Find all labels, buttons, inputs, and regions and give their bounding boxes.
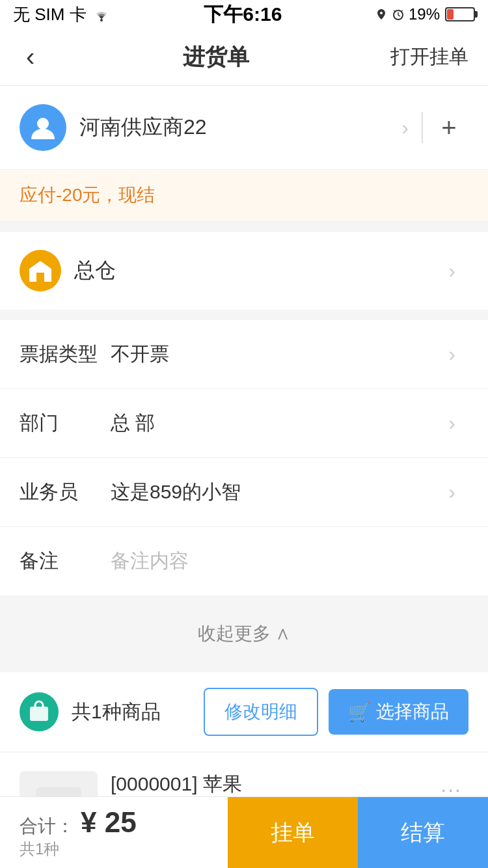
notes-input[interactable]: 备注内容 [111, 548, 468, 575]
alarm-icon [392, 8, 405, 21]
edit-detail-button[interactable]: 修改明细 [204, 688, 318, 736]
department-value: 总 部 [111, 410, 448, 437]
svg-rect-5 [30, 707, 48, 721]
payment-hint: 应付-20元，现结 [0, 170, 488, 221]
cart-icon: 🛒 [348, 701, 371, 723]
ticket-type-chevron-icon: › [448, 342, 455, 366]
select-product-button[interactable]: 🛒 选择商品 [329, 689, 468, 735]
supplier-section: 河南供应商22 › + 应付-20元，现结 [0, 86, 488, 221]
notes-label: 备注 [20, 548, 111, 575]
supplier-name: 河南供应商22 [79, 113, 401, 142]
supplier-row[interactable]: 河南供应商22 › + [0, 86, 488, 170]
footer: 合计： ¥ 25 共1种 挂单 结算 [0, 796, 488, 868]
products-count: 共1种商品 [72, 699, 204, 726]
product-name: [0000001] 苹果 [111, 771, 421, 798]
total-amount: ¥ 25 [81, 806, 137, 839]
notes-row[interactable]: 备注 备注内容 [0, 527, 488, 595]
status-right: 19% [375, 5, 475, 23]
divider [422, 112, 423, 143]
supplier-avatar [20, 104, 66, 151]
ticket-type-value: 不开票 [111, 341, 448, 368]
wifi-icon [92, 7, 111, 21]
warehouse-row[interactable]: 总仓 › [0, 231, 488, 310]
footer-total: 合计： ¥ 25 共1种 [0, 806, 228, 860]
svg-rect-4 [36, 273, 44, 282]
salesperson-value: 这是859的小智 [111, 479, 448, 506]
nav-bar: ‹ 进货单 打开挂单 [0, 29, 488, 86]
warehouse-chevron-icon: › [448, 259, 455, 283]
svg-point-0 [100, 19, 103, 21]
form-section: 票据类型 不开票 › 部门 总 部 › 业务员 这是859的小智 › 备注 备注… [0, 320, 488, 595]
suspend-button[interactable]: 挂单 [228, 797, 358, 869]
ticket-type-label: 票据类型 [20, 341, 111, 368]
location-icon [375, 8, 388, 21]
department-row[interactable]: 部门 总 部 › [0, 389, 488, 458]
salesperson-label: 业务员 [20, 479, 111, 506]
department-label: 部门 [20, 410, 111, 437]
department-chevron-icon: › [448, 411, 455, 435]
add-supplier-button[interactable]: + [429, 108, 468, 147]
products-icon [20, 692, 59, 731]
person-icon [29, 113, 57, 142]
status-time: 下午6:16 [204, 1, 282, 28]
svg-point-1 [380, 12, 383, 14]
salesperson-row[interactable]: 业务员 这是859的小智 › [0, 458, 488, 527]
products-header: 共1种商品 修改明细 🛒 选择商品 [0, 672, 488, 752]
status-carrier: 无 SIM 卡 [13, 3, 111, 26]
warehouse-section: 总仓 › [0, 231, 488, 310]
total-label: 合计： [20, 814, 74, 839]
warehouse-icon [20, 250, 61, 292]
supplier-chevron-icon: › [401, 116, 409, 140]
svg-point-3 [37, 118, 49, 129]
checkout-button[interactable]: 结算 [358, 797, 488, 869]
ticket-type-row[interactable]: 票据类型 不开票 › [0, 320, 488, 389]
warehouse-name: 总仓 [74, 256, 448, 285]
status-bar: 无 SIM 卡 下午6:16 19% [0, 0, 488, 29]
open-suspend-button[interactable]: 打开挂单 [390, 44, 468, 70]
product-title: 苹果 [203, 773, 242, 794]
house-icon [28, 258, 53, 283]
page-title: 进货单 [183, 42, 249, 72]
product-code: [0000001] [111, 773, 197, 794]
salesperson-chevron-icon: › [448, 480, 455, 504]
battery-icon [445, 7, 475, 21]
shopping-bag-icon [27, 700, 51, 724]
total-sub: 共1种 [20, 839, 208, 860]
main-content: 河南供应商22 › + 应付-20元，现结 总仓 › 票据类型 不开票 › [0, 86, 488, 868]
collapse-row[interactable]: 收起更多 ∧ [0, 606, 488, 662]
back-button[interactable]: ‹ [20, 36, 41, 78]
